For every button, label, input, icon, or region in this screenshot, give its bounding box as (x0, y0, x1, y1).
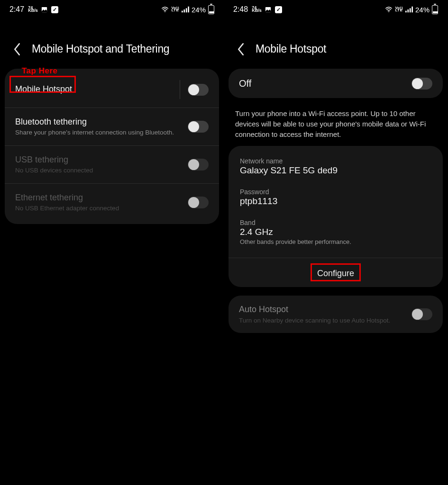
svg-rect-5 (188, 7, 189, 12)
status-bar: 2:48 74 KB/s ✓ Vo))LTE 24% (224, 0, 448, 19)
page-title: Mobile Hotspot (256, 43, 326, 55)
svg-rect-9 (407, 9, 409, 12)
network-name-label: Network name (240, 157, 431, 165)
toggle-mobile-hotspot[interactable] (188, 84, 209, 96)
row-mobile-hotspot[interactable]: Mobile Hotspot (5, 72, 219, 108)
battery-percent: 24% (192, 6, 206, 14)
image-icon (265, 6, 272, 13)
toggle-auto-hotspot (411, 308, 432, 320)
off-card: Off (229, 69, 443, 98)
band-hint: Other bands provide better performance. (240, 238, 431, 245)
toggle-ethernet-tethering (188, 197, 209, 208)
band-row[interactable]: Band 2.4 GHz Other bands provide better … (229, 207, 443, 249)
toggle-hotspot-off[interactable] (411, 78, 432, 90)
battery-icon (208, 5, 214, 14)
status-time: 2:48 (233, 5, 248, 14)
off-label: Off (239, 77, 405, 90)
row-auto-hotspot: Auto Hotspot Turn on Nearby device scann… (229, 296, 443, 333)
check-icon: ✓ (51, 6, 58, 13)
page-title: Mobile Hotspot and Tethering (32, 43, 169, 55)
svg-rect-4 (186, 8, 187, 12)
band-label: Band (240, 219, 431, 226)
signal-icon (405, 6, 413, 13)
auto-hotspot-title: Auto Hotspot (239, 304, 405, 315)
auto-hotspot-sub: Turn on Nearby device scanning to use Au… (239, 316, 405, 325)
battery-icon (432, 5, 438, 14)
wifi-icon (161, 6, 169, 13)
back-icon[interactable] (236, 44, 246, 54)
network-name-value: Galaxy S21 FE 5G ded9 (240, 165, 431, 176)
svg-point-1 (165, 11, 166, 12)
check-icon: ✓ (275, 6, 282, 13)
svg-rect-3 (183, 9, 185, 12)
divider (180, 80, 180, 99)
status-speed-icon: 74 KB/s (252, 7, 262, 12)
row-title: USB tethering (15, 154, 181, 165)
row-usb-tethering: USB tethering No USB devices connected (5, 146, 219, 184)
svg-rect-8 (405, 11, 407, 13)
hotspot-description: Turn your phone into a Wi-Fi access poin… (224, 107, 448, 146)
status-speed-icon: 74 KB/s (28, 7, 38, 12)
volte-icon: Vo))LTE (171, 7, 179, 12)
auto-hotspot-card: Auto Hotspot Turn on Nearby device scann… (229, 296, 443, 333)
wifi-icon (385, 6, 393, 13)
network-info-card: Network name Galaxy S21 FE 5G ded9 Passw… (229, 146, 443, 287)
row-off[interactable]: Off (229, 69, 443, 98)
settings-card: Mobile Hotspot Bluetooth tethering Share… (5, 69, 219, 224)
svg-point-7 (389, 11, 390, 12)
configure-button[interactable]: Configure (311, 267, 360, 280)
configure-wrap: Configure (229, 258, 443, 287)
row-ethernet-tethering: Ethernet tethering No USB Ethernet adapt… (5, 184, 219, 221)
back-icon[interactable] (12, 44, 22, 54)
svg-rect-2 (182, 11, 183, 13)
row-sub: Share your phone's internet connection u… (15, 128, 181, 137)
row-title: Mobile Hotspot (15, 84, 170, 95)
toggle-usb-tethering (188, 159, 209, 171)
image-icon (41, 6, 48, 13)
page-header: Mobile Hotspot and Tethering (0, 19, 224, 69)
svg-rect-10 (410, 8, 411, 12)
toggle-bluetooth-tethering[interactable] (188, 121, 209, 133)
password-value: ptpb1113 (240, 196, 431, 207)
signal-icon (182, 6, 189, 13)
password-label: Password (240, 188, 431, 196)
row-bluetooth-tethering[interactable]: Bluetooth tethering Share your phone's i… (5, 108, 219, 146)
svg-rect-11 (411, 7, 413, 12)
status-time: 2:47 (9, 5, 24, 14)
row-sub: No USB devices connected (15, 166, 181, 175)
row-title: Bluetooth tethering (15, 117, 181, 127)
battery-percent: 24% (415, 6, 430, 14)
password-row[interactable]: Password ptpb1113 (229, 177, 443, 207)
row-sub: No USB Ethernet adapter connected (15, 204, 181, 213)
volte-icon: Vo))LTE (395, 7, 403, 12)
network-name-row[interactable]: Network name Galaxy S21 FE 5G ded9 (229, 151, 443, 177)
status-bar: 2:47 74 KB/s ✓ Vo))LTE 24% (0, 0, 224, 19)
annotation-tap-here: Tap Here (22, 66, 58, 76)
phone-right-hotspot: 2:48 74 KB/s ✓ Vo))LTE 24% Mobile (224, 0, 448, 485)
phone-left-tethering: 2:47 74 KB/s ✓ Vo))LTE 24% Mobile (0, 0, 224, 485)
band-value: 2.4 GHz (240, 227, 431, 237)
page-header: Mobile Hotspot (224, 19, 448, 69)
row-title: Ethernet tethering (15, 192, 181, 203)
